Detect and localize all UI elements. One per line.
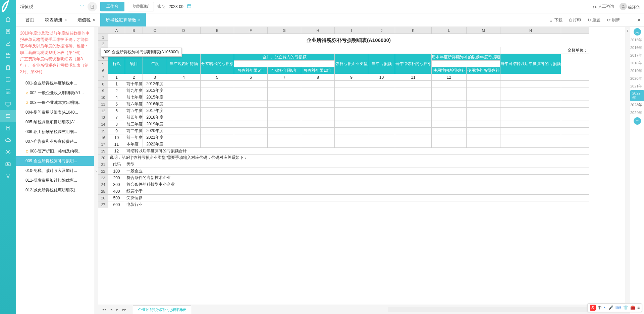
sheet-nav-next[interactable]: ▸	[115, 307, 120, 312]
ime-mic-icon[interactable]: 🎤	[608, 305, 613, 310]
year-item[interactable]: 2020年	[630, 75, 644, 82]
tree-item-012[interactable]: 012-减免所得税优惠明细表(...	[16, 185, 94, 195]
svg-point-13	[622, 5, 624, 6]
tree-item-label: 005-纳税调整项目明细表(A1...	[25, 119, 79, 125]
nav-template-icon[interactable]	[0, 86, 16, 98]
period-value: 2023-09	[169, 4, 183, 9]
tree-item-005[interactable]: 005-纳税调整项目明细表(A1...	[16, 117, 94, 127]
tree-item-006[interactable]: 006-职工薪酬纳税调整明细...	[16, 127, 94, 137]
tree-item-008[interactable]: ⊘008-资产折旧、摊销及纳税...	[16, 146, 94, 156]
ime-lang-toggle[interactable]: 中	[598, 305, 602, 311]
horizontal-scrollbar[interactable]	[388, 307, 616, 312]
svg-rect-5	[6, 92, 8, 94]
avatar-icon	[620, 3, 627, 10]
consult-link[interactable]: 人工咨询	[593, 4, 614, 9]
nav-export-icon[interactable]	[0, 122, 16, 134]
tree-item-004[interactable]: 004-期间费用明细表(A1040...	[16, 108, 94, 117]
form-tree-panel: 2019年度涉及取以前年度结转数据的申报表单元格需要手工维护正确，才能保证本年及…	[16, 27, 94, 314]
note-circle-button[interactable]	[88, 2, 97, 11]
tab-tax-list[interactable]: 税表清册×	[40, 13, 72, 26]
year-item[interactable]: 2019年	[630, 67, 644, 75]
chevron-down-icon[interactable]: ﹀	[80, 4, 84, 9]
tree-item-label: 011-研发费用加计扣除优惠...	[25, 178, 77, 183]
warning-icon: ⊘	[25, 101, 29, 105]
svg-rect-7	[6, 102, 10, 105]
close-icon[interactable]: ×	[93, 18, 95, 22]
expand-right-button[interactable]: ›	[625, 27, 630, 314]
ime-punct-icon[interactable]: •,	[604, 305, 606, 310]
ime-keyboard-icon[interactable]: ⌨	[615, 305, 621, 310]
close-icon[interactable]: ×	[138, 18, 141, 22]
collapse-tree-button[interactable]: ‹	[94, 27, 98, 314]
year-down-button[interactable]: ︾	[634, 117, 641, 125]
year-item[interactable]: 2016年	[630, 44, 644, 52]
tab-income-tax[interactable]: 所得税汇算清缴×	[100, 13, 146, 26]
spreadsheet-grid[interactable]: ABCDEFGHIJKLMN1企业所得税弥补亏损明细表(A106000)23金额…	[98, 27, 625, 305]
svg-rect-4	[6, 90, 10, 91]
tax-type-dropdown-label: 增值税	[20, 4, 33, 10]
nav-video-icon[interactable]	[0, 158, 16, 170]
tree-item-003[interactable]: ⊘003-一般企业成本支出明细...	[16, 98, 94, 108]
nav-doc-icon[interactable]	[0, 25, 16, 38]
tree-item-label: 002-一般企业收入明细表(A1...	[30, 90, 84, 96]
tree-item-002[interactable]: ⊘002-一般企业收入明细表(A1...	[16, 88, 94, 98]
tree-item-009[interactable]: 009-企业所得税弥补亏损明...	[16, 156, 94, 166]
sheet-tab[interactable]: 企业所得税弥补亏损明细表	[133, 305, 191, 314]
tree-item-label: 012-减免所得税优惠明细表(...	[25, 187, 78, 193]
nav-bag-icon[interactable]	[0, 50, 16, 62]
tree-item-001[interactable]: 001-企业所得税年度纳税申...	[16, 78, 94, 88]
workspace-button[interactable]: 工作台	[100, 2, 124, 11]
svg-rect-6	[9, 92, 10, 94]
year-item[interactable]: 2023年	[630, 101, 644, 109]
sheet-toolbar: ⭳ 下载 ⎙ 打印 ↻ 重置 ⟳ 刷新	[544, 14, 625, 26]
year-item[interactable]: 2021年	[630, 82, 644, 90]
reset-button[interactable]: ↻ 重置	[588, 17, 600, 23]
tree-item-label: 001-企业所得税年度纳税申...	[25, 80, 77, 86]
close-all-tabs-icon[interactable]: ×	[637, 17, 641, 24]
nav-settings-icon[interactable]	[0, 146, 16, 158]
warning-icon: ⊘	[25, 91, 29, 95]
tree-item-label: 010-免税、减计收入及加计...	[25, 168, 77, 174]
year-item[interactable]: 2018年	[630, 59, 644, 67]
refresh-button[interactable]: ⟳ 刷新	[607, 17, 620, 23]
sheet-tabs-bar: ◂◂ ◂ ▸ ▸▸ 企业所得税弥补亏损明细表	[98, 305, 625, 314]
year-up-button[interactable]: ︽	[634, 28, 641, 36]
ime-toolbar[interactable]: S 中 •, 🎤 ⌨ 👕 🧰 ≡	[587, 303, 642, 312]
ime-toolbox-icon[interactable]: 🧰	[630, 305, 635, 310]
nav-cloud-icon[interactable]	[0, 134, 16, 146]
tree-item-label: 003-一般企业成本支出明细...	[30, 100, 82, 106]
tab-home[interactable]: 首页	[20, 13, 40, 26]
download-button[interactable]: ⭳ 下载	[549, 17, 562, 23]
tree-item-011[interactable]: 011-研发费用加计扣除优惠...	[16, 176, 94, 185]
sheet-nav-first[interactable]: ◂◂	[101, 307, 108, 312]
tree-item-label: 004-期间费用明细表(A1040...	[25, 110, 78, 115]
nav-screen-icon[interactable]	[0, 98, 16, 110]
year-item[interactable]: 2022年	[630, 90, 644, 101]
nav-v-icon[interactable]	[0, 170, 16, 182]
switch-old-button[interactable]: 切到旧版	[128, 2, 154, 11]
nav-home-icon[interactable]	[0, 13, 16, 25]
print-button[interactable]: ⎙ 打印	[569, 17, 581, 23]
ime-menu-icon[interactable]: ≡	[637, 305, 640, 310]
ime-skin-icon[interactable]: 👕	[623, 305, 628, 310]
year-item[interactable]: 2015年	[630, 36, 644, 44]
tree-item-label: 008-资产折旧、摊销及纳税...	[30, 148, 82, 154]
user-menu[interactable]: 徐泽华	[620, 3, 640, 10]
svg-point-9	[7, 151, 9, 153]
sheet-nav-prev[interactable]: ◂	[109, 307, 114, 312]
nav-clipboard-icon[interactable]	[0, 62, 16, 74]
tree-item-007[interactable]: 007-广告费和业务宣传费跨...	[16, 137, 94, 146]
nav-tax-icon[interactable]	[0, 110, 16, 122]
warning-icon: ⊘	[25, 149, 29, 153]
year-item[interactable]: 2024年	[630, 109, 644, 117]
year-item[interactable]: 2017年	[630, 52, 644, 59]
tab-vat[interactable]: 增值税×	[72, 13, 100, 26]
sheet-nav-last[interactable]: ▸▸	[121, 307, 128, 312]
nav-chart-icon[interactable]	[0, 38, 16, 50]
tree-item-010[interactable]: 010-免税、减计收入及加计...	[16, 166, 94, 176]
tree-item-label: 007-广告费和业务宣传费跨...	[25, 139, 77, 144]
year-selector-strip: ︽ 2015年2016年2017年2018年2019年2020年2021年202…	[630, 27, 644, 314]
nav-report-icon[interactable]	[0, 74, 16, 86]
calendar-icon[interactable]	[187, 4, 192, 9]
close-icon[interactable]: ×	[64, 18, 67, 22]
